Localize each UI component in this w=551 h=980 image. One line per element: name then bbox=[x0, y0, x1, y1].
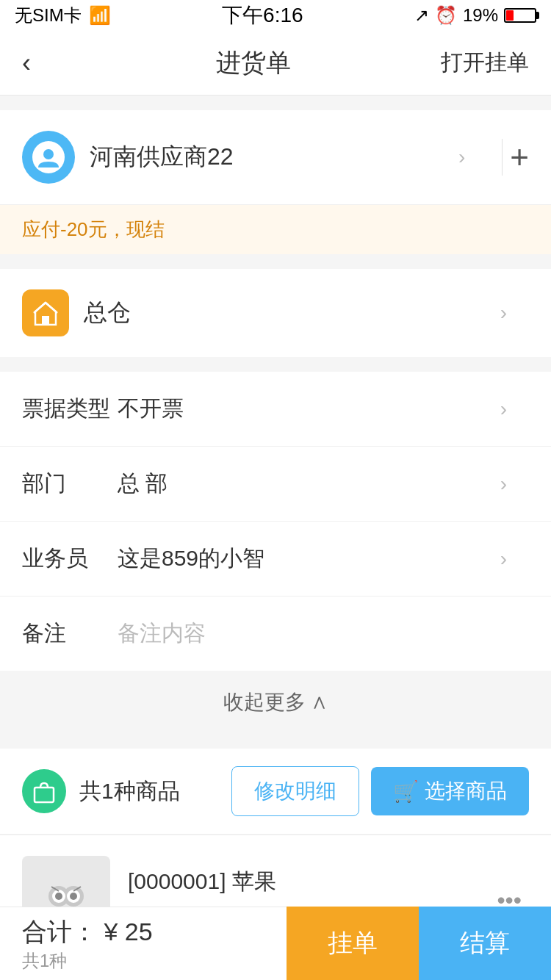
product-name-text: 苹果 bbox=[232, 869, 276, 893]
supplier-section: 河南供应商22 › + 应付-20元，现结 bbox=[0, 110, 551, 254]
invoice-value: 不开票 bbox=[118, 394, 500, 424]
svg-point-0 bbox=[43, 149, 54, 159]
svg-rect-1 bbox=[42, 316, 49, 325]
carrier-label: 无SIM卡 bbox=[15, 4, 82, 27]
product-count-icon bbox=[22, 769, 66, 813]
warehouse-row[interactable]: 总仓 › bbox=[0, 269, 551, 357]
battery-icon bbox=[504, 8, 536, 23]
user-icon bbox=[37, 145, 60, 169]
total-value: ¥ 25 bbox=[104, 918, 152, 945]
invoice-chevron: › bbox=[500, 397, 507, 421]
time-display: 下午6:16 bbox=[222, 1, 303, 29]
svg-rect-2 bbox=[35, 788, 54, 802]
product-count-text: 共1种商品 bbox=[79, 777, 231, 807]
total-section: 合计： ¥ 25 共1种 bbox=[0, 907, 287, 980]
section-divider-3 bbox=[0, 357, 551, 372]
alarm-icon: ⏰ bbox=[435, 5, 457, 26]
select-product-label: 选择商品 bbox=[425, 777, 507, 805]
warehouse-icon bbox=[22, 289, 69, 336]
nav-bar: ‹ 进货单 打开挂单 bbox=[0, 31, 551, 96]
avatar-inner bbox=[32, 141, 65, 173]
bottom-bar: 合计： ¥ 25 共1种 挂单 结算 bbox=[0, 907, 551, 980]
select-product-button[interactable]: 🛒 选择商品 bbox=[371, 767, 529, 815]
settle-button[interactable]: 结算 bbox=[419, 907, 551, 980]
invoice-row[interactable]: 票据类型 不开票 › bbox=[0, 372, 551, 446]
battery-percent: 19% bbox=[463, 5, 498, 26]
page-title: 进货单 bbox=[216, 46, 291, 80]
section-divider-2 bbox=[0, 254, 551, 269]
warehouse-chevron: › bbox=[500, 301, 507, 325]
status-bar: 无SIM卡 📶 下午6:16 ↗ ⏰ 19% bbox=[0, 0, 551, 31]
edit-detail-button[interactable]: 修改明细 bbox=[231, 766, 359, 816]
wifi-icon: 📶 bbox=[89, 5, 111, 26]
status-right: ↗ ⏰ 19% bbox=[414, 5, 536, 26]
supplier-name[interactable]: 河南供应商22 bbox=[90, 141, 458, 173]
invoice-label: 票据类型 bbox=[22, 394, 118, 424]
supplier-avatar bbox=[22, 131, 75, 184]
total-count: 共1种 bbox=[22, 949, 264, 973]
svg-point-8 bbox=[70, 893, 77, 900]
svg-point-7 bbox=[55, 893, 62, 900]
total-label: 合计： bbox=[22, 918, 97, 945]
salesman-label: 业务员 bbox=[22, 544, 118, 574]
supplier-chevron: › bbox=[458, 145, 465, 169]
warning-banner: 应付-20元，现结 bbox=[0, 205, 551, 254]
section-divider-1 bbox=[0, 96, 551, 110]
location-icon: ↗ bbox=[414, 5, 429, 26]
product-name: [0000001] 苹果 bbox=[128, 867, 472, 897]
vertical-divider bbox=[502, 139, 503, 176]
warehouse-section: 总仓 › bbox=[0, 269, 551, 357]
back-button[interactable]: ‹ bbox=[22, 48, 66, 79]
department-value: 总 部 bbox=[118, 469, 500, 499]
department-label: 部门 bbox=[22, 469, 118, 499]
open-hang-button[interactable]: 打开挂单 bbox=[441, 48, 529, 78]
collapse-label: 收起更多 ∧ bbox=[223, 688, 328, 716]
remark-row[interactable]: 备注 备注内容 bbox=[0, 596, 551, 671]
salesman-row[interactable]: 业务员 这是859的小智 › bbox=[0, 521, 551, 596]
total-amount: 合计： ¥ 25 bbox=[22, 915, 264, 949]
form-section: 票据类型 不开票 › 部门 总 部 › 业务员 这是859的小智 › 备注 备注… bbox=[0, 372, 551, 671]
section-divider-4 bbox=[0, 734, 551, 749]
salesman-value: 这是859的小智 bbox=[118, 544, 500, 574]
product-header: 共1种商品 修改明细 🛒 选择商品 bbox=[0, 749, 551, 835]
house-icon bbox=[32, 300, 59, 326]
department-chevron: › bbox=[500, 472, 507, 496]
remark-label: 备注 bbox=[22, 619, 118, 649]
warehouse-name: 总仓 bbox=[84, 297, 500, 329]
add-supplier-button[interactable]: + bbox=[510, 141, 529, 173]
shopping-bag-icon bbox=[32, 779, 57, 804]
cart-icon: 🛒 bbox=[393, 779, 419, 804]
product-code: [0000001] bbox=[128, 869, 226, 893]
hang-button[interactable]: 挂单 bbox=[287, 907, 419, 980]
remark-input[interactable]: 备注内容 bbox=[118, 619, 529, 649]
supplier-row: 河南供应商22 › + bbox=[0, 110, 551, 205]
department-row[interactable]: 部门 总 部 › bbox=[0, 446, 551, 521]
status-left: 无SIM卡 📶 bbox=[15, 4, 111, 27]
collapse-button[interactable]: 收起更多 ∧ bbox=[0, 671, 551, 734]
salesman-chevron: › bbox=[500, 547, 507, 571]
